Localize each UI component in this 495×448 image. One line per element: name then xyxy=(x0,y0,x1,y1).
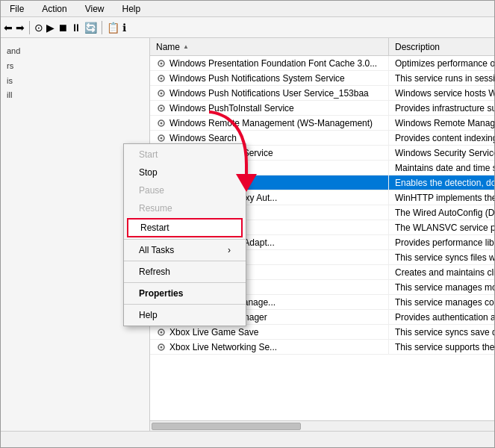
menu-bar: File Action View Help xyxy=(1,1,494,17)
toolbar: ⬅ ➡ ⊙ ▶ ⏹ ⏸ 🔄 📋 ℹ xyxy=(1,17,494,38)
scrollbar-thumb-h[interactable] xyxy=(152,423,301,430)
cell-description: Creates and maintains client network con… xyxy=(389,265,494,279)
svg-point-3 xyxy=(161,77,163,79)
cell-description: This service syncs files with the Work F… xyxy=(389,250,494,264)
ctx-item-help[interactable]: Help xyxy=(124,306,246,324)
ctx-item-pause: Pause xyxy=(124,181,246,199)
menu-action[interactable]: Action xyxy=(36,2,72,16)
ctx-item-stop[interactable]: Stop xyxy=(124,164,246,181)
ctx-item-properties[interactable]: Properties xyxy=(124,284,246,302)
horizontal-scrollbar[interactable] xyxy=(150,420,494,431)
cell-description: Provides infrastructure support for the … xyxy=(389,101,494,115)
cell-name: Windows Presentation Foundation Font Cac… xyxy=(150,56,389,70)
toolbar-icon-1[interactable]: ⬅ xyxy=(4,22,13,34)
toolbar-divider xyxy=(29,21,30,34)
service-icon xyxy=(156,58,166,69)
cell-description: The Wired AutoConfig (DOT3SVC) service i… xyxy=(389,205,494,220)
service-icon xyxy=(156,88,166,99)
service-icon xyxy=(156,327,166,337)
cell-name: Windows Push Notifications User Service_… xyxy=(150,86,389,100)
cell-description: This service runs in session 0 and hosts… xyxy=(389,71,494,85)
content-area: and rs is ill Name ▲ Description xyxy=(1,38,494,431)
toolbar-icon-5[interactable]: ⏹ xyxy=(57,22,68,34)
cell-name: Windows Remote Management (WS-Management… xyxy=(150,116,389,130)
menu-view[interactable]: View xyxy=(79,2,110,16)
cell-description: This service manages mobile broadband (G… xyxy=(389,280,494,294)
table-row[interactable]: Windows Remote Management (WS-Management… xyxy=(150,116,494,131)
cell-description: The WLANSVC service provides the logic r… xyxy=(389,220,494,234)
cell-description: Windows Security Service handles unified… xyxy=(389,146,494,160)
service-icon xyxy=(156,342,166,352)
cell-description: Provides performance library information… xyxy=(389,235,494,249)
toolbar-icon-6[interactable]: ⏸ xyxy=(71,22,81,34)
submenu-arrow: › xyxy=(228,245,231,255)
service-icon xyxy=(156,73,166,84)
col-header-name[interactable]: Name ▲ xyxy=(150,38,389,55)
table-row[interactable]: Xbox Live Game Save This service syncs s… xyxy=(150,325,494,340)
table-row[interactable]: Windows PushToInstall Service Provides i… xyxy=(150,101,494,116)
toolbar-icon-2[interactable]: ➡ xyxy=(16,22,25,34)
service-icon xyxy=(156,118,166,128)
cell-description: Optimizes performance of Windows Present… xyxy=(389,56,494,70)
menu-help[interactable]: Help xyxy=(116,2,147,16)
ctx-item-resume: Resume xyxy=(124,199,246,217)
services-window: File Action View Help ⬅ ➡ ⊙ ▶ ⏹ ⏸ 🔄 📋 ℹ … xyxy=(0,0,495,448)
table-row[interactable]: Windows Push Notifications System Servic… xyxy=(150,71,494,86)
svg-point-1 xyxy=(161,62,163,64)
cell-description: This service syncs save data for Xbox Li… xyxy=(389,325,494,339)
toolbar-icon-4[interactable]: ▶ xyxy=(46,22,55,34)
left-panel-text-3: is xyxy=(7,76,13,85)
cell-description: Windows service hosts Windows notificati… xyxy=(389,86,494,100)
cell-name: Windows PushToInstall Service xyxy=(150,101,389,115)
service-icon xyxy=(156,133,166,143)
cell-description: WinHTTP implements the client HTTP stack… xyxy=(389,190,494,205)
left-panel-text-2: rs xyxy=(7,61,13,70)
ctx-separator xyxy=(124,282,246,283)
sort-arrow-name: ▲ xyxy=(183,43,189,50)
cell-description: Maintains date and time synchronization … xyxy=(389,161,494,175)
ctx-item-start: Start xyxy=(124,146,246,164)
left-panel-text-1: and xyxy=(7,46,20,55)
toolbar-icon-3[interactable]: ⊙ xyxy=(34,22,43,34)
status-bar xyxy=(1,431,494,447)
toolbar-divider2 xyxy=(102,21,102,34)
table-row[interactable]: Windows Presentation Foundation Font Cac… xyxy=(150,56,494,71)
ctx-item-all-tasks[interactable]: All Tasks › xyxy=(124,241,246,259)
col-header-description[interactable]: Description xyxy=(389,38,494,55)
ctx-separator xyxy=(124,261,246,261)
cell-description: This service manages connected Xbox Acce… xyxy=(389,295,494,309)
cell-description: This service supports the Windows.Networ… xyxy=(389,340,494,354)
svg-point-5 xyxy=(161,92,163,94)
svg-point-37 xyxy=(161,331,163,333)
cell-name: Xbox Live Networking Se... xyxy=(150,340,389,354)
ctx-separator xyxy=(124,304,246,305)
toolbar-icon-8[interactable]: 📋 xyxy=(107,22,119,34)
cell-description: Provides content indexing, property cach… xyxy=(389,131,494,145)
cell-name: Xbox Live Game Save xyxy=(150,325,389,339)
table-row[interactable]: Xbox Live Networking Se... This service … xyxy=(150,340,494,355)
table-row[interactable]: Windows Push Notifications User Service_… xyxy=(150,86,494,101)
svg-point-11 xyxy=(161,137,163,139)
context-menu: StartStopPauseResumeRestartAll Tasks ›Re… xyxy=(123,143,246,326)
service-icon xyxy=(156,103,166,113)
svg-point-9 xyxy=(161,122,163,124)
cell-name: Windows Push Notifications System Servic… xyxy=(150,71,389,85)
left-panel-text-4: ill xyxy=(7,90,12,99)
ctx-item-refresh[interactable]: Refresh xyxy=(124,263,246,281)
ctx-item-restart[interactable]: Restart xyxy=(127,218,243,237)
cell-description: Provides authentication and authorizatio… xyxy=(389,310,494,324)
svg-point-39 xyxy=(161,346,163,348)
toolbar-icon-7[interactable]: 🔄 xyxy=(84,22,97,34)
svg-point-7 xyxy=(161,107,163,109)
ctx-separator xyxy=(124,239,246,240)
table-header: Name ▲ Description xyxy=(150,38,494,56)
toolbar-icon-9[interactable]: ℹ xyxy=(122,22,126,34)
menu-file[interactable]: File xyxy=(4,2,30,16)
cell-description: Windows Remote Management (WinRM) servic… xyxy=(389,116,494,130)
cell-description: Enables the detection, download, and ins… xyxy=(389,175,494,190)
